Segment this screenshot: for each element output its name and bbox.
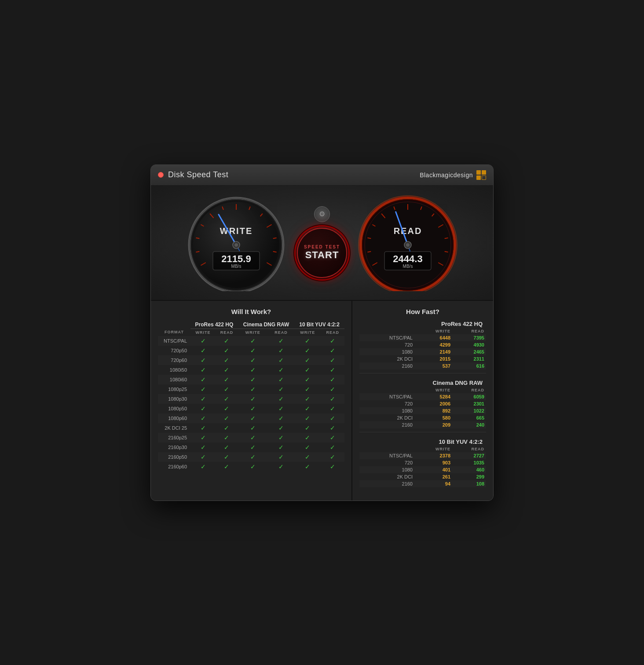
check-cell: ✓	[216, 365, 238, 375]
check-icon: ✓	[250, 405, 256, 412]
check-icon: ✓	[305, 386, 310, 393]
check-cell: ✓	[216, 384, 238, 394]
check-icon: ✓	[201, 463, 206, 470]
wiw-subheader-r1: READ	[216, 329, 238, 336]
write-value: 261	[414, 473, 452, 480]
format-label: 720p60	[158, 355, 190, 365]
check-cell: ✓	[238, 452, 268, 462]
svg-text:2444.3: 2444.3	[393, 253, 422, 264]
write-value: 209	[414, 421, 452, 428]
table-row: 720p50✓✓✓✓✓✓	[158, 346, 344, 355]
how-fast-title: How Fast?	[359, 308, 486, 315]
row-label: 1080	[359, 407, 414, 414]
check-icon: ✓	[278, 405, 284, 412]
read-value: 665	[452, 414, 486, 421]
read-value: 1035	[452, 459, 486, 466]
check-icon: ✓	[330, 405, 335, 412]
how-fast-group-title: 10 Bit YUV 4:2:2	[359, 438, 486, 445]
check-icon: ✓	[250, 424, 256, 431]
svg-point-54	[406, 243, 410, 247]
check-cell: ✓	[294, 375, 321, 384]
write-value: 5284	[414, 393, 452, 400]
read-value: 240	[452, 421, 486, 428]
check-cell: ✓	[216, 413, 238, 423]
format-label: 2160p30	[158, 442, 190, 452]
write-value: 94	[414, 480, 452, 487]
write-value: 2015	[414, 355, 452, 362]
table-row: 1080p25✓✓✓✓✓✓	[158, 384, 344, 394]
svg-line-36	[367, 238, 371, 238]
table-row: 2K DCI 25✓✓✓✓✓✓	[158, 423, 344, 433]
svg-line-44	[445, 238, 448, 238]
table-row: 1080p60✓✓✓✓✓✓	[158, 413, 344, 423]
list-item: NTSC/PAL64487395	[359, 334, 486, 341]
check-icon: ✓	[278, 366, 284, 373]
read-value: 460	[452, 466, 486, 473]
check-cell: ✓	[238, 423, 268, 433]
check-cell: ✓	[268, 355, 295, 365]
check-icon: ✓	[224, 444, 229, 451]
read-value: 2465	[452, 348, 486, 355]
check-cell: ✓	[216, 442, 238, 452]
check-icon: ✓	[224, 415, 229, 422]
format-label: 1080i50	[158, 365, 190, 375]
format-label: 720p50	[158, 346, 190, 355]
list-item: 72042994930	[359, 341, 486, 348]
divider	[359, 373, 486, 373]
close-button[interactable]	[158, 172, 164, 178]
check-icon: ✓	[278, 424, 284, 431]
format-label: 2160p60	[158, 462, 190, 471]
check-cell: ✓	[294, 384, 321, 394]
gauge-section: WRITE 2115.9 MB/s ⚙ SPEED TEST START	[151, 186, 493, 301]
row-label: NTSC/PAL	[359, 452, 414, 459]
wiw-header-prores: ProRes 422 HQ	[190, 321, 238, 329]
check-icon: ✓	[250, 337, 256, 344]
check-icon: ✓	[250, 347, 256, 354]
check-cell: ✓	[294, 336, 321, 346]
svg-line-16	[273, 251, 277, 252]
check-cell: ✓	[216, 452, 238, 462]
check-cell: ✓	[268, 375, 295, 384]
check-icon: ✓	[305, 415, 310, 422]
table-row: 2160p30✓✓✓✓✓✓	[158, 442, 344, 452]
start-button[interactable]: SPEED TEST START	[296, 227, 348, 279]
check-icon: ✓	[201, 347, 206, 354]
list-item: 216094108	[359, 480, 486, 487]
check-icon: ✓	[201, 444, 206, 451]
start-main-label: START	[305, 249, 339, 261]
read-value: 2301	[452, 400, 486, 407]
check-cell: ✓	[268, 384, 295, 394]
svg-line-15	[273, 238, 277, 238]
write-value: 2149	[414, 348, 452, 355]
check-cell: ✓	[216, 394, 238, 404]
brand-square-4	[482, 175, 486, 180]
brand-name: Blackmagicdesign	[420, 172, 473, 179]
list-item: 2K DCI20152311	[359, 355, 486, 362]
format-label: 1080p60	[158, 413, 190, 423]
check-cell: ✓	[294, 413, 321, 423]
format-label: 1080p25	[158, 384, 190, 394]
check-icon: ✓	[305, 366, 310, 373]
check-cell: ✓	[238, 346, 268, 355]
check-icon: ✓	[201, 366, 206, 373]
check-cell: ✓	[268, 394, 295, 404]
wiw-subheader-w3: WRITE	[294, 329, 321, 336]
check-cell: ✓	[321, 433, 344, 442]
check-cell: ✓	[321, 346, 344, 355]
check-icon: ✓	[201, 424, 206, 431]
how-fast-table: WRITEREADNTSC/PAL64487395720429949301080…	[359, 328, 486, 369]
check-icon: ✓	[224, 463, 229, 470]
check-cell: ✓	[238, 433, 268, 442]
read-gauge: READ 2444.3 MB/s	[357, 194, 458, 291]
check-icon: ✓	[330, 453, 335, 460]
write-gauge-container: WRITE 2115.9 MB/s	[186, 194, 287, 291]
wiw-header-10bit: 10 Bit YUV 4:2:2	[294, 321, 344, 329]
check-cell: ✓	[190, 375, 216, 384]
check-cell: ✓	[216, 433, 238, 442]
settings-button[interactable]: ⚙	[314, 206, 330, 222]
check-cell: ✓	[216, 423, 238, 433]
check-icon: ✓	[278, 337, 284, 344]
read-value: 299	[452, 473, 486, 480]
check-cell: ✓	[190, 346, 216, 355]
row-label: 720	[359, 400, 414, 407]
